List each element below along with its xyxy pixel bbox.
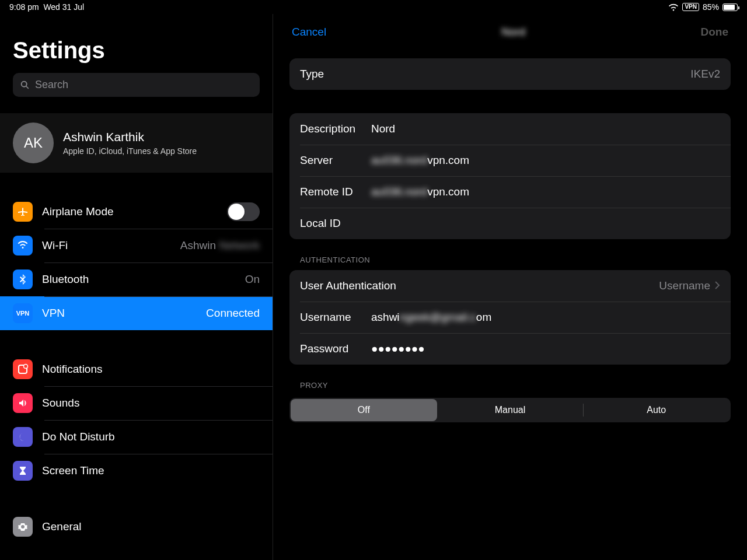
server-value: au036.nordvpn.com <box>371 154 469 167</box>
general-label: General <box>42 520 260 533</box>
type-card: Type IKEv2 <box>289 58 731 90</box>
proxy-segmented[interactable]: Off Manual Auto <box>289 398 731 422</box>
search-input[interactable]: Search <box>13 73 260 97</box>
proxy-section-header: Proxy <box>300 381 720 390</box>
password-value: ●●●●●●●● <box>371 342 425 355</box>
battery-text: 85% <box>703 2 719 12</box>
search-placeholder: Search <box>35 79 68 91</box>
search-icon <box>20 80 30 90</box>
sidebar-item-screentime[interactable]: Screen Time <box>0 454 273 488</box>
description-row[interactable]: Description Nord <box>289 113 731 145</box>
page-title: Settings <box>0 14 273 73</box>
profile-sub: Apple ID, iCloud, iTunes & App Store <box>63 146 197 156</box>
profile-name: Ashwin Karthik <box>63 130 197 144</box>
sidebar-item-vpn[interactable]: VPN VPN Connected <box>0 296 273 330</box>
bluetooth-icon <box>13 270 33 289</box>
remoteid-value: au036.nordvpn.com <box>371 186 469 198</box>
hourglass-icon <box>13 461 33 481</box>
chevron-right-icon <box>715 279 720 292</box>
vpn-icon: VPN <box>13 303 33 323</box>
localid-row[interactable]: Local ID <box>289 208 731 239</box>
wifi-label: Wi-Fi <box>42 239 171 252</box>
proxy-auto[interactable]: Auto <box>583 399 729 421</box>
wifi-value: Ashwin Network <box>180 239 260 252</box>
userauth-value: Username <box>659 279 710 292</box>
vpn-label: VPN <box>42 307 197 320</box>
sidebar-item-notifications[interactable]: Notifications <box>0 352 273 386</box>
server-card: Description Nord Server au036.nordvpn.co… <box>289 113 731 239</box>
dnd-label: Do Not Disturb <box>42 430 260 443</box>
proxy-off[interactable]: Off <box>291 399 437 421</box>
avatar: AK <box>13 123 54 163</box>
gear-icon <box>13 517 33 537</box>
notifications-label: Notifications <box>42 363 260 376</box>
sounds-label: Sounds <box>42 397 260 410</box>
airplane-toggle[interactable] <box>227 202 260 221</box>
airplane-icon <box>13 202 33 222</box>
remoteid-row[interactable]: Remote ID au036.nordvpn.com <box>289 176 731 208</box>
detail-pane: Cancel Nord Done Type IKEv2 Description … <box>273 14 747 560</box>
notifications-icon <box>13 359 33 379</box>
done-button[interactable]: Done <box>701 26 729 38</box>
airplane-label: Airplane Mode <box>42 205 218 218</box>
svg-point-1 <box>24 365 28 369</box>
sidebar-item-bluetooth[interactable]: Bluetooth On <box>0 262 273 296</box>
auth-section-header: Authentication <box>300 256 720 264</box>
moon-icon <box>13 427 33 447</box>
nav-title: Nord <box>326 26 700 38</box>
userauth-row[interactable]: User Authentication Username <box>289 270 731 302</box>
sidebar: Settings Search AK Ashwin Karthik Apple … <box>0 14 273 560</box>
password-row[interactable]: Password ●●●●●●●● <box>289 333 731 365</box>
sidebar-item-airplane[interactable]: Airplane Mode <box>0 195 273 229</box>
username-row[interactable]: Username ashwingeek@gmail.com <box>289 302 731 333</box>
status-left: 9:08 pm Wed 31 Jul <box>9 2 84 12</box>
description-value: Nord <box>371 123 395 135</box>
type-value: IKEv2 <box>690 68 720 80</box>
vpn-badge: VPN <box>682 3 699 11</box>
username-value: ashwingeek@gmail.com <box>371 311 491 324</box>
status-right: VPN 85% <box>668 2 738 12</box>
type-label: Type <box>300 68 371 80</box>
status-time: 9:08 pm <box>9 2 39 12</box>
battery-icon <box>722 4 738 11</box>
sounds-icon <box>13 393 33 413</box>
auth-card: User Authentication Username Username as… <box>289 270 731 365</box>
profile-row[interactable]: AK Ashwin Karthik Apple ID, iCloud, iTun… <box>0 113 273 173</box>
screentime-label: Screen Time <box>42 464 260 477</box>
server-row[interactable]: Server au036.nordvpn.com <box>289 145 731 176</box>
sidebar-item-dnd[interactable]: Do Not Disturb <box>0 420 273 454</box>
sidebar-item-general[interactable]: General <box>0 510 273 544</box>
nav-header: Cancel Nord Done <box>289 14 731 49</box>
status-bar: 9:08 pm Wed 31 Jul VPN 85% <box>0 0 747 14</box>
bluetooth-label: Bluetooth <box>42 273 236 286</box>
wifi-icon <box>13 236 33 256</box>
proxy-manual[interactable]: Manual <box>437 399 584 421</box>
wifi-icon <box>668 4 679 11</box>
bluetooth-value: On <box>245 273 260 286</box>
sidebar-item-wifi[interactable]: Wi-Fi Ashwin Network <box>0 229 273 262</box>
vpn-value: Connected <box>206 307 260 320</box>
type-row[interactable]: Type IKEv2 <box>289 58 731 90</box>
sidebar-item-sounds[interactable]: Sounds <box>0 386 273 420</box>
cancel-button[interactable]: Cancel <box>292 26 326 38</box>
status-date: Wed 31 Jul <box>43 2 84 12</box>
